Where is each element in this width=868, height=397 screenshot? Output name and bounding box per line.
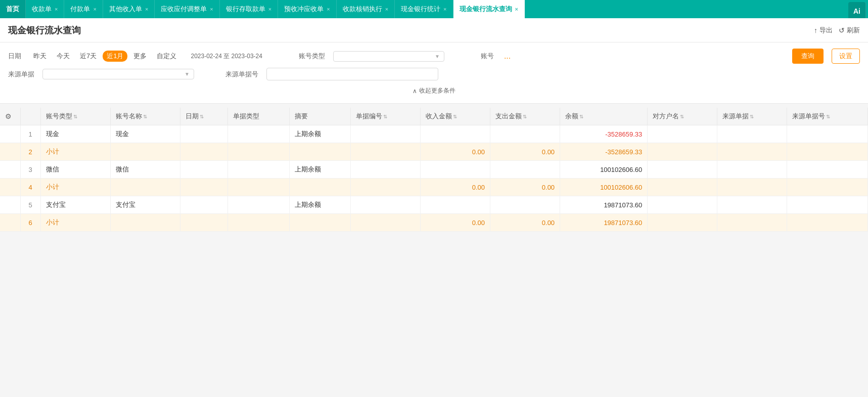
tab-close-icon[interactable]: × (55, 6, 58, 12)
nav-home[interactable]: 首页 (0, 0, 26, 18)
cell-counterparty (648, 179, 717, 196)
nav-tab[interactable]: 现金银行统计× (395, 0, 453, 18)
cell-doc_no (351, 214, 421, 232)
nav-ai-badge[interactable]: Ai (848, 2, 866, 18)
tab-close-icon[interactable]: × (385, 6, 388, 12)
query-button[interactable]: 查询 (792, 49, 824, 64)
header-actions: ↑ 导出 ↺ 刷新 (814, 26, 860, 35)
table-header-income[interactable]: 收入金额⇅ (421, 108, 490, 125)
cell-doc_no (351, 179, 421, 196)
nav-tab[interactable]: 收款核销执行× (337, 0, 395, 18)
table-header-account_name[interactable]: 账号名称⇅ (110, 108, 180, 125)
date-option[interactable]: 近1月 (103, 51, 127, 62)
date-option[interactable]: 自定义 (153, 51, 180, 62)
export-label: 导出 (819, 26, 833, 35)
table-header-balance[interactable]: 余额⇅ (560, 108, 648, 125)
tab-close-icon[interactable]: × (515, 6, 518, 12)
top-navigation: 首页 收款单×付款单×其他收入单×应收应付调整单×银行存取款单×预收冲应收单×收… (0, 0, 868, 18)
nav-tab[interactable]: 现金银行流水查询× (453, 0, 525, 18)
cell-source_doc_no (787, 125, 868, 143)
date-option[interactable]: 近7天 (76, 51, 101, 62)
cell-doc_no (351, 196, 421, 214)
refresh-button[interactable]: ↺ 刷新 (839, 26, 860, 35)
source-doc-select[interactable]: ▼ (42, 69, 194, 79)
cell-balance: 19871073.60 (560, 196, 648, 214)
gear-icon[interactable]: ⚙ (5, 112, 12, 120)
export-button[interactable]: ↑ 导出 (814, 26, 833, 35)
cell-income: 0.00 (421, 143, 490, 161)
tab-close-icon[interactable]: × (93, 6, 96, 12)
cell-doc_no (351, 161, 421, 179)
cell-account_type: 微信 (40, 161, 110, 179)
cell-income: 0.00 (421, 214, 490, 232)
nav-tab-label: 付款单 (70, 5, 90, 14)
date-option[interactable]: 今天 (53, 51, 74, 62)
tab-close-icon[interactable]: × (145, 6, 148, 12)
tab-close-icon[interactable]: × (443, 6, 446, 12)
cell-date (180, 125, 228, 143)
table-header-counterparty[interactable]: 对方户名⇅ (648, 108, 717, 125)
tab-close-icon[interactable]: × (327, 6, 330, 12)
account-type-select[interactable]: ▼ (333, 51, 444, 62)
cell-source_doc_no (787, 143, 868, 161)
cell-date (180, 214, 228, 232)
collapse-bar[interactable]: ∧ 收起更多条件 (8, 84, 860, 97)
sort-icon: ⇅ (579, 114, 583, 119)
date-option[interactable]: 更多 (129, 51, 151, 62)
table-row: 4小计0.000.00100102606.60 (0, 179, 868, 196)
table-header-date[interactable]: 日期⇅ (180, 108, 228, 125)
table-header-doc_no[interactable]: 单据编号⇅ (351, 108, 421, 125)
cell-doc_no (351, 143, 421, 161)
cell-source_doc_no (787, 161, 868, 179)
collapse-icon: ∧ (413, 87, 417, 95)
cell-source_doc_no (787, 214, 868, 232)
cell-account_name: 现金 (110, 125, 180, 143)
cell-doc_type (228, 143, 289, 161)
nav-tab[interactable]: 应收应付调整单× (155, 0, 219, 18)
table-row: 6小计0.000.0019871073.60 (0, 214, 868, 232)
table-row: 3微信微信上期余额100102606.60 (0, 161, 868, 179)
cell-balance: -3528659.33 (560, 125, 648, 143)
nav-tab-label: 其他收入单 (109, 5, 142, 14)
setting-button[interactable]: 设置 (832, 49, 860, 64)
sort-icon: ⇅ (143, 114, 147, 119)
table-header-expense[interactable]: 支出金额⇅ (490, 108, 560, 125)
account-type-arrow-icon: ▼ (435, 54, 440, 59)
date-option[interactable]: 昨天 (29, 51, 51, 62)
cell-date (180, 161, 228, 179)
sort-icon: ⇅ (200, 114, 204, 119)
tab-close-icon[interactable]: × (268, 6, 271, 12)
table-header-source_doc_no[interactable]: 来源单据号⇅ (787, 108, 868, 125)
account-dots-button[interactable]: ... (502, 52, 513, 61)
cell-income (421, 161, 490, 179)
cell-account_name (110, 143, 180, 161)
nav-home-label: 首页 (6, 5, 19, 14)
sort-icon: ⇅ (750, 114, 754, 119)
nav-tab[interactable]: 其他收入单× (103, 0, 155, 18)
cell-account_name: 支付宝 (110, 196, 180, 214)
cell-date (180, 143, 228, 161)
refresh-label: 刷新 (847, 26, 860, 35)
source-doc-no-input[interactable] (266, 68, 438, 80)
tab-close-icon[interactable]: × (210, 6, 213, 12)
cell-num: 1 (20, 125, 40, 143)
nav-tab[interactable]: 银行存取款单× (220, 0, 278, 18)
cell-expense (490, 125, 560, 143)
table-row: 1现金现金上期余额-3528659.33 (0, 125, 868, 143)
cell-doc_no (351, 125, 421, 143)
cell-expense: 0.00 (490, 143, 560, 161)
collapse-label: 收起更多条件 (419, 86, 455, 95)
cell-account_name: 微信 (110, 161, 180, 179)
table-header-source_doc[interactable]: 来源单据⇅ (717, 108, 787, 125)
table-header-account_type[interactable]: 账号类型⇅ (40, 108, 110, 125)
nav-tab[interactable]: 收款单× (26, 0, 64, 18)
cell-account_type: 支付宝 (40, 196, 110, 214)
cell-source_doc (717, 196, 787, 214)
cell-date (180, 179, 228, 196)
nav-tab[interactable]: 预收冲应收单× (278, 0, 336, 18)
cell-account_type: 现金 (40, 125, 110, 143)
cell-gear (0, 196, 20, 214)
cell-num: 4 (20, 179, 40, 196)
table-header-num (20, 108, 40, 125)
nav-tab[interactable]: 付款单× (64, 0, 103, 18)
